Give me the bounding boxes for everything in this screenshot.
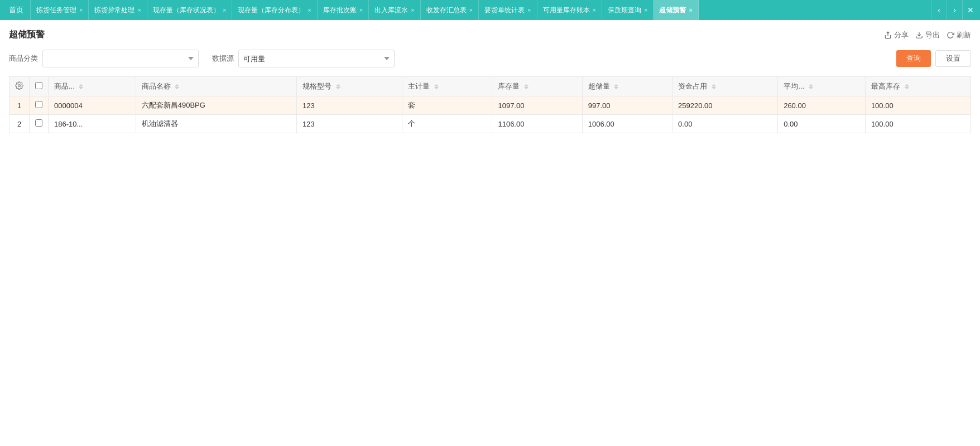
table-header-spec[interactable]: 规格型号	[297, 77, 402, 96]
nav-tab-close-8[interactable]: ×	[593, 7, 596, 13]
page-title: 超储预警	[9, 29, 45, 41]
col-name-label: 商品名称	[142, 82, 171, 90]
nav-tab-2[interactable]: 现存量（库存状况表）×	[147, 0, 232, 20]
sort-icon-capital	[712, 84, 716, 89]
nav-tab-close-7[interactable]: ×	[527, 7, 531, 13]
export-action[interactable]: 导出	[915, 30, 940, 40]
row-name-1: 机油滤清器	[136, 115, 296, 133]
nav-tab-close-3[interactable]: ×	[308, 7, 311, 13]
row-num-1: 2	[9, 115, 30, 133]
row-overstock-0: 997.00	[582, 96, 672, 115]
sort-icon-maxstock	[905, 84, 909, 89]
nav-arrow-group: ‹ › ✕	[931, 0, 978, 20]
nav-tab-10[interactable]: 超储预警×	[654, 0, 698, 20]
sort-icon-overstock	[614, 84, 618, 89]
table-header-maxstock[interactable]: 最高库存	[865, 77, 971, 96]
select-all-checkbox[interactable]	[35, 82, 42, 89]
nav-close-all-btn[interactable]: ✕	[962, 0, 978, 20]
nav-tab-4[interactable]: 库存批次账×	[318, 0, 369, 20]
table-header-name[interactable]: 商品名称	[136, 77, 296, 96]
data-table: 商品... 商品名称 规格型号 主计量 库存量	[9, 76, 971, 133]
table-header-settings[interactable]	[9, 77, 30, 96]
col-avg-label: 平均...	[784, 82, 804, 90]
nav-tab-close-5[interactable]: ×	[411, 7, 414, 13]
filter-row: 商品分类 数据源 可用量 查询 设置	[9, 50, 971, 67]
nav-tab-close-2[interactable]: ×	[223, 7, 226, 13]
row-spec-1: 123	[297, 115, 402, 133]
page-header: 超储预警 分享 导出 刷新	[9, 29, 971, 41]
datasource-label: 数据源	[212, 54, 234, 64]
table-row: 1 0000004 六配套新昌490BPG 123 套 1097.00 997.…	[9, 96, 971, 115]
row-checkbox-input-1[interactable]	[35, 119, 42, 127]
sort-icon-stock	[524, 84, 529, 89]
row-unit-0: 套	[402, 96, 492, 115]
nav-tab-close-4[interactable]: ×	[359, 7, 363, 13]
table-header-unit[interactable]: 主计量	[402, 77, 492, 96]
row-num-0: 1	[9, 96, 30, 115]
share-action[interactable]: 分享	[884, 30, 909, 40]
nav-home[interactable]: 首页	[2, 0, 31, 20]
col-unit-label: 主计量	[408, 82, 430, 90]
col-capital-label: 资金占用	[678, 82, 707, 90]
top-navigation: 首页 拣货任务管理×拣货异常处理×现存量（库存状况表）×现存量（库存分布表）×库…	[0, 0, 980, 20]
sort-icon-spec	[336, 84, 340, 89]
table-header-overstock[interactable]: 超储量	[582, 77, 672, 96]
table-header-capital[interactable]: 资金占用	[672, 77, 778, 96]
table-header-checkbox[interactable]	[30, 77, 49, 96]
table-header-code[interactable]: 商品...	[49, 77, 136, 96]
row-capital-0: 259220.00	[672, 96, 778, 115]
datasource-filter-group: 数据源 可用量	[212, 50, 395, 67]
filter-actions: 查询 设置	[896, 50, 971, 67]
table-header-avg[interactable]: 平均...	[778, 77, 866, 96]
nav-tab-8[interactable]: 可用量库存账本×	[537, 0, 602, 20]
nav-tab-6[interactable]: 收发存汇总表×	[421, 0, 479, 20]
table-header-row: 商品... 商品名称 规格型号 主计量 库存量	[9, 77, 971, 96]
row-checkbox-input-0[interactable]	[35, 101, 42, 108]
row-code-1: 186-10...	[49, 115, 136, 133]
row-stock-0: 1097.00	[492, 96, 582, 115]
row-checkbox-0[interactable]	[30, 96, 49, 115]
share-label: 分享	[894, 30, 909, 40]
nav-tab-9[interactable]: 保质期查询×	[602, 0, 654, 20]
settings-button[interactable]: 设置	[935, 50, 971, 67]
nav-next-btn[interactable]: ›	[947, 0, 962, 20]
nav-tab-1[interactable]: 拣货异常处理×	[89, 0, 147, 20]
nav-tab-5[interactable]: 出入库流水×	[369, 0, 420, 20]
nav-tab-close-9[interactable]: ×	[644, 7, 647, 13]
category-select[interactable]	[42, 50, 199, 67]
nav-tab-close-10[interactable]: ×	[689, 7, 692, 13]
datasource-select[interactable]: 可用量	[238, 50, 395, 67]
row-stock-1: 1106.00	[492, 115, 582, 133]
refresh-action[interactable]: 刷新	[947, 30, 971, 40]
sort-icon-code	[79, 84, 83, 89]
col-spec-label: 规格型号	[302, 82, 332, 90]
row-code-0: 0000004	[49, 96, 136, 115]
nav-tab-close-0[interactable]: ×	[79, 7, 83, 13]
row-overstock-1: 1006.00	[582, 115, 672, 133]
row-capital-1: 0.00	[672, 115, 778, 133]
nav-tab-0[interactable]: 拣货任务管理×	[31, 0, 89, 20]
nav-tab-3[interactable]: 现存量（库存分布表）×	[232, 0, 317, 20]
sort-icon-avg	[809, 84, 813, 89]
category-label: 商品分类	[9, 54, 38, 64]
nav-tabs: 拣货任务管理×拣货异常处理×现存量（库存状况表）×现存量（库存分布表）×库存批次…	[31, 0, 699, 20]
nav-tab-7[interactable]: 要货单统计表×	[479, 0, 537, 20]
export-label: 导出	[925, 30, 940, 40]
export-icon	[915, 31, 923, 39]
category-filter-group: 商品分类	[9, 50, 199, 67]
sort-icon-name	[175, 84, 179, 89]
refresh-label: 刷新	[957, 30, 971, 40]
table-row: 2 186-10... 机油滤清器 123 个 1106.00 1006.00 …	[9, 115, 971, 133]
nav-tab-close-6[interactable]: ×	[469, 7, 473, 13]
table-header-stock[interactable]: 库存量	[492, 77, 582, 96]
sort-icon-unit	[434, 84, 439, 89]
table-body: 1 0000004 六配套新昌490BPG 123 套 1097.00 997.…	[9, 96, 971, 133]
row-checkbox-1[interactable]	[30, 115, 49, 133]
nav-prev-btn[interactable]: ‹	[931, 0, 947, 20]
svg-point-2	[18, 85, 21, 87]
nav-tab-close-1[interactable]: ×	[137, 7, 141, 13]
col-overstock-label: 超储量	[588, 82, 610, 90]
header-actions: 分享 导出 刷新	[884, 30, 971, 40]
query-button[interactable]: 查询	[896, 50, 931, 67]
row-spec-0: 123	[297, 96, 402, 115]
